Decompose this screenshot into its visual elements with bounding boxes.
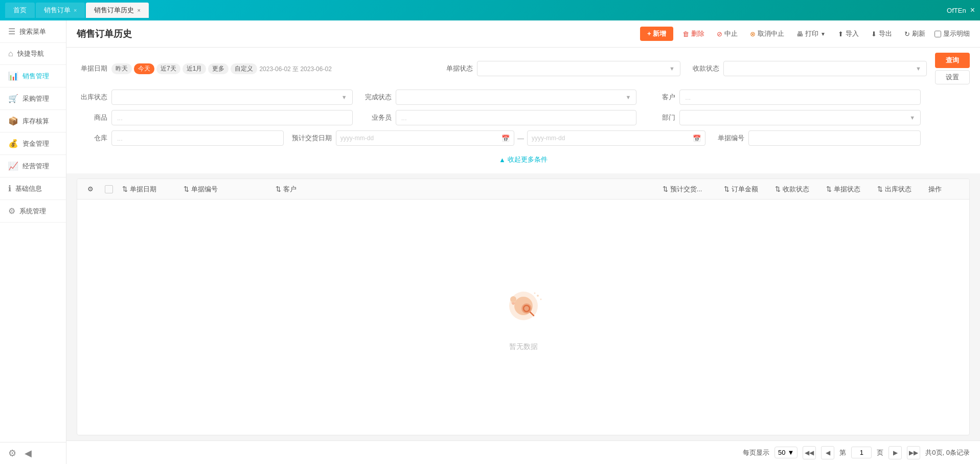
filter-warehouse: 仓库 ... (77, 130, 284, 146)
collapse-button[interactable]: ▲ 收起更多条件 (499, 153, 548, 166)
tab-sales-order-history-close[interactable]: × (137, 7, 140, 13)
show-detail-checkbox[interactable]: 显示明细 (935, 29, 970, 38)
salesman-input[interactable]: ... (396, 110, 637, 125)
filter-customer: 客户 ... (645, 90, 921, 105)
out-status-select[interactable]: ▼ (111, 90, 353, 105)
import-button[interactable]: ⬆ 导入 (835, 27, 862, 40)
date-pill-custom[interactable]: 自定义 (231, 63, 257, 74)
th-order-label: ⇅ 单据编号 (184, 185, 218, 194)
refresh-label: 刷新 (912, 29, 925, 38)
th-order-status: ⇅ 单据状态 (822, 185, 873, 194)
prev-page-button[interactable]: ◀ (821, 446, 834, 459)
date-pill-1month[interactable]: 近1月 (183, 63, 207, 74)
warehouse-input[interactable]: ... (111, 130, 284, 146)
salesman-label: 业务员 (361, 113, 392, 122)
collapse-icon: ▲ (499, 156, 506, 164)
show-detail-input[interactable] (935, 31, 941, 37)
tab-list: 首页 销售订单 × 销售订单历史 × (5, 3, 947, 18)
delete-button[interactable]: 🗑 删除 (679, 27, 708, 40)
often-text: OfTEn (947, 7, 966, 14)
date-pill-yesterday[interactable]: 昨天 (111, 63, 132, 74)
sidebar-item-inventory[interactable]: 📦 库存核算 (0, 110, 66, 132)
complete-status-select[interactable]: ▼ (396, 90, 637, 105)
svg-point-5 (510, 296, 516, 302)
goods-label: 商品 (77, 113, 107, 122)
out-status-label: 出库状态 (77, 93, 107, 102)
page-suffix: 页 (877, 448, 883, 457)
sidebar-sales-label: 销售管理 (22, 72, 49, 81)
tab-home[interactable]: 首页 (5, 3, 35, 18)
refresh-button[interactable]: ↻ 刷新 (901, 27, 928, 40)
date-pill-more[interactable]: 更多 (208, 63, 229, 74)
tab-sales-order-history-label: 销售订单历史 (94, 6, 134, 15)
customer-label: 客户 (645, 93, 675, 102)
sidebar-item-purchase[interactable]: 🛒 采购管理 (0, 87, 66, 110)
warehouse-label: 仓库 (77, 134, 107, 143)
sidebar-item-system[interactable]: ⚙ 系统管理 (0, 200, 66, 223)
th-amount-label: ⇅ 订单金额 (724, 185, 758, 194)
filter-goods: 商品 ... (77, 110, 353, 125)
goods-input[interactable]: ... (111, 110, 353, 125)
empty-state: 暂无数据 (77, 200, 969, 435)
page-input[interactable] (851, 447, 872, 458)
tab-sales-order[interactable]: 销售订单 × (36, 3, 85, 18)
date-pill-7days[interactable]: 近7天 (156, 63, 180, 74)
settings-btn[interactable]: 设置 (935, 70, 970, 84)
next-page-button[interactable]: ▶ (888, 446, 902, 459)
sidebar-item-sales[interactable]: 📊 销售管理 (0, 65, 66, 87)
filter-row-1: 单据日期 昨天 今天 近7天 近1月 更多 自定义 2023-06-02 至 2… (77, 53, 970, 84)
sales-icon: 📊 (8, 71, 18, 81)
order-no-input[interactable] (748, 130, 921, 146)
collapse-label: 收起更多条件 (508, 155, 548, 164)
print-arrow-icon: ▼ (821, 31, 826, 37)
sidebar-item-operation[interactable]: 📈 经营管理 (0, 155, 66, 178)
collapse-sidebar-icon[interactable]: ◀ (25, 448, 32, 459)
filter-delivery-date: 预计交货日期 yyyy-mm-dd 📅 — yyyy-mm-dd 📅 (292, 130, 706, 146)
order-status-select[interactable]: ▼ (477, 61, 680, 76)
new-button[interactable]: + 新增 (640, 27, 673, 41)
date-label: 单据日期 (77, 64, 107, 73)
sidebar-basic-label: 基础信息 (15, 184, 42, 193)
last-page-button[interactable]: ▶▶ (907, 446, 920, 459)
settings-icon[interactable]: ⚙ (8, 448, 16, 459)
sidebar-item-finance[interactable]: 💰 资金管理 (0, 132, 66, 155)
tab-sales-order-close[interactable]: × (74, 7, 77, 13)
stop-button[interactable]: ⊘ 中止 (714, 27, 741, 40)
tab-sales-order-history[interactable]: 销售订单历史 × (86, 3, 148, 18)
order-no-label: 单据编号 (714, 134, 744, 143)
delete-icon: 🗑 (682, 30, 689, 38)
sidebar-item-basic[interactable]: ℹ 基础信息 (0, 178, 66, 200)
filter-receipt-status: 收款状态 ▼ (689, 61, 927, 76)
top-bar-right: OfTEn × (947, 6, 975, 15)
delete-label: 删除 (691, 29, 704, 38)
print-button[interactable]: 🖶 打印 ▼ (793, 27, 829, 40)
show-detail-label: 显示明细 (943, 29, 970, 38)
filter-order-status: 单据状态 ▼ (442, 61, 680, 76)
tab-sales-order-label: 销售订单 (44, 6, 71, 15)
date-pill-today[interactable]: 今天 (134, 63, 154, 74)
th-settings[interactable]: ⚙ (81, 185, 100, 193)
th-order: ⇅ 单据编号 (179, 185, 271, 194)
order-status-arrow-icon: ▼ (669, 65, 675, 72)
cancel-stop-button[interactable]: ⊗ 取消中止 (747, 27, 787, 40)
customer-input[interactable]: ... (679, 90, 921, 105)
export-button[interactable]: ⬇ 导出 (868, 27, 895, 40)
select-all-checkbox[interactable] (105, 185, 113, 193)
sidebar-search-label: 搜索菜单 (19, 27, 46, 36)
th-check[interactable] (100, 185, 118, 193)
date-range-text: 2023-06-02 至 2023-06-02 (259, 65, 331, 74)
query-button[interactable]: 查询 (935, 53, 970, 68)
print-label: 打印 (805, 29, 818, 38)
first-page-button[interactable]: ◀◀ (803, 446, 816, 459)
sidebar-item-search[interactable]: ☰ 搜索菜单 (0, 20, 66, 43)
per-page-select[interactable]: 50 ▼ (774, 447, 797, 458)
receipt-status-select[interactable]: ▼ (723, 61, 927, 76)
sidebar-item-quick-nav[interactable]: ⌂ 快捷导航 (0, 43, 66, 65)
delivery-date-start[interactable]: yyyy-mm-dd 📅 (336, 130, 514, 146)
top-close-icon[interactable]: × (970, 6, 975, 15)
search-menu-icon: ☰ (8, 27, 15, 36)
dept-select[interactable]: ▼ (679, 110, 921, 125)
sidebar-inventory-label: 库存核算 (22, 117, 49, 126)
last-page-icon: ▶▶ (909, 449, 918, 456)
delivery-date-end[interactable]: yyyy-mm-dd 📅 (527, 130, 705, 146)
